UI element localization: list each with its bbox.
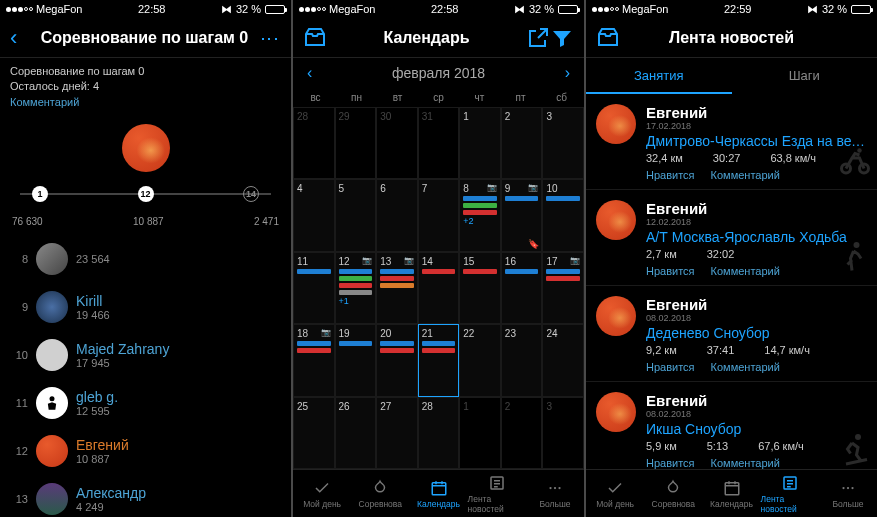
- calendar-cell[interactable]: 6: [376, 179, 418, 251]
- rank-row[interactable]: 8 23 564: [0, 235, 291, 283]
- more-count[interactable]: +2: [463, 216, 497, 226]
- nav-feed[interactable]: Лента новостей: [468, 470, 526, 517]
- like-link[interactable]: Нравится: [646, 169, 695, 181]
- calendar-cell[interactable]: 3: [542, 107, 584, 179]
- calendar-cell[interactable]: 4: [293, 179, 335, 251]
- calendar-cell[interactable]: 5: [335, 179, 377, 251]
- feed-item[interactable]: Евгений 12.02.2018 А/Т Москва-Ярославль …: [586, 190, 877, 286]
- calendar-cell[interactable]: 28: [418, 397, 460, 469]
- feed-item[interactable]: Евгений 17.02.2018 Дмитрово-Черкассы Езд…: [586, 94, 877, 190]
- ranking-list[interactable]: 8 23 5649 Kirill19 46610 Majed Zahrany17…: [0, 235, 291, 517]
- nav-calendar[interactable]: Календарь: [702, 470, 760, 517]
- calendar-cell[interactable]: 22: [459, 324, 501, 396]
- rank-avatar: [36, 435, 68, 467]
- calendar-cell[interactable]: 13📷: [376, 252, 418, 324]
- calendar-cell[interactable]: 27: [376, 397, 418, 469]
- like-link[interactable]: Нравится: [646, 361, 695, 373]
- calendar-cell[interactable]: 20: [376, 324, 418, 396]
- tab-steps[interactable]: Шаги: [732, 58, 878, 94]
- feed-list[interactable]: Евгений 17.02.2018 Дмитрово-Черкассы Езд…: [586, 94, 877, 469]
- feed-item[interactable]: Евгений 08.02.2018 Икша Сноубор 5,9 км5:…: [586, 382, 877, 469]
- feed-activity-title[interactable]: Деденево Сноубор: [646, 325, 867, 341]
- inbox-icon[interactable]: [303, 26, 327, 50]
- calendar-cell[interactable]: 31: [418, 107, 460, 179]
- rank-row[interactable]: 10 Majed Zahrany17 945: [0, 331, 291, 379]
- activity-bar: [546, 276, 580, 281]
- calendar-cell[interactable]: 1: [459, 107, 501, 179]
- like-link[interactable]: Нравится: [646, 265, 695, 277]
- subtitle: Соревнование по шагам 0: [10, 64, 281, 79]
- nav-myday[interactable]: Мой день: [586, 470, 644, 517]
- calendar-cell[interactable]: 17📷: [542, 252, 584, 324]
- rank-score: 23 564: [76, 253, 281, 265]
- calendar-cell[interactable]: 23: [501, 324, 543, 396]
- tab-activities[interactable]: Занятия: [586, 58, 732, 94]
- calendar-cell[interactable]: 24: [542, 324, 584, 396]
- rank-row[interactable]: 11 gleb g.12 595: [0, 379, 291, 427]
- svg-point-15: [851, 486, 853, 488]
- feed-activity-title[interactable]: А/Т Москва-Ярославль Ходьба: [646, 229, 867, 245]
- nav-feed[interactable]: Лента новостей: [761, 470, 819, 517]
- calendar-cell[interactable]: 28: [293, 107, 335, 179]
- calendar-cell[interactable]: 9📷🔖: [501, 179, 543, 251]
- feed-activity-title[interactable]: Икша Сноубор: [646, 421, 867, 437]
- calendar-cell[interactable]: 7: [418, 179, 460, 251]
- calendar-cell[interactable]: 2: [501, 107, 543, 179]
- feed-activity-title[interactable]: Дмитрово-Черкассы Езда на вело…: [646, 133, 867, 149]
- rank-row[interactable]: 12 Евгений10 887: [0, 427, 291, 475]
- calendar-cell[interactable]: 29: [335, 107, 377, 179]
- comment-link[interactable]: Комментарий: [10, 95, 281, 110]
- feed-stats: 9,2 км37:4114,7 км/ч: [646, 344, 867, 356]
- more-count[interactable]: +1: [339, 296, 373, 306]
- calendar-cell[interactable]: 11: [293, 252, 335, 324]
- activity-bar: [422, 348, 456, 353]
- filter-icon[interactable]: [550, 26, 574, 50]
- calendar-cell[interactable]: 12📷+1: [335, 252, 377, 324]
- calendar-cell[interactable]: 19: [335, 324, 377, 396]
- camera-icon: 📷: [321, 328, 331, 337]
- calendar-cell[interactable]: 26: [335, 397, 377, 469]
- calendar-cell[interactable]: 14: [418, 252, 460, 324]
- calendar-cell[interactable]: 10: [542, 179, 584, 251]
- feed-item[interactable]: Евгений 08.02.2018 Деденево Сноубор 9,2 …: [586, 286, 877, 382]
- menu-button[interactable]: ⋮: [259, 30, 281, 46]
- feed-username: Евгений: [646, 392, 867, 409]
- nav-more[interactable]: Больше: [526, 470, 584, 517]
- nav-competitions[interactable]: Соревнова: [351, 470, 409, 517]
- activity-bar: [380, 348, 414, 353]
- activity-bar: [297, 269, 331, 274]
- rank-row[interactable]: 9 Kirill19 466: [0, 283, 291, 331]
- sub-header: Соревнование по шагам 0 Осталось дней: 4…: [0, 58, 291, 116]
- comment-link[interactable]: Комментарий: [711, 265, 780, 277]
- calendar-cell[interactable]: 2: [501, 397, 543, 469]
- comment-link[interactable]: Комментарий: [711, 361, 780, 373]
- calendar-cell[interactable]: 18📷: [293, 324, 335, 396]
- calendar-cell[interactable]: 3: [542, 397, 584, 469]
- next-month[interactable]: ›: [565, 64, 570, 82]
- calendar-cell[interactable]: 8📷+2: [459, 179, 501, 251]
- comment-link[interactable]: Комментарий: [711, 457, 780, 469]
- prev-month[interactable]: ‹: [307, 64, 312, 82]
- nav-competitions[interactable]: Соревнова: [644, 470, 702, 517]
- feed-date: 17.02.2018: [646, 121, 867, 131]
- rank-row[interactable]: 13 Александр4 249: [0, 475, 291, 517]
- activity-bar: [463, 210, 497, 215]
- like-link[interactable]: Нравится: [646, 457, 695, 469]
- inbox-icon[interactable]: [596, 26, 620, 50]
- calendar-cell[interactable]: 21: [418, 324, 460, 396]
- share-icon[interactable]: [526, 26, 550, 50]
- back-button[interactable]: ‹: [10, 25, 30, 51]
- calendar-cell[interactable]: 16: [501, 252, 543, 324]
- comment-link[interactable]: Комментарий: [711, 169, 780, 181]
- svg-point-3: [549, 486, 551, 488]
- calendar-cell[interactable]: 15: [459, 252, 501, 324]
- calendar-grid[interactable]: 2829303112345678📷+29📷🔖101112📷+113📷141516…: [293, 107, 584, 469]
- calendar-cell[interactable]: 1: [459, 397, 501, 469]
- feed-stats: 5,9 км5:1367,6 км/ч: [646, 440, 867, 452]
- calendar-cell[interactable]: 25: [293, 397, 335, 469]
- calendar-cell[interactable]: 30: [376, 107, 418, 179]
- nav-more[interactable]: Больше: [819, 470, 877, 517]
- nav-calendar[interactable]: Календарь: [409, 470, 467, 517]
- svg-point-9: [854, 242, 860, 248]
- nav-myday[interactable]: Мой день: [293, 470, 351, 517]
